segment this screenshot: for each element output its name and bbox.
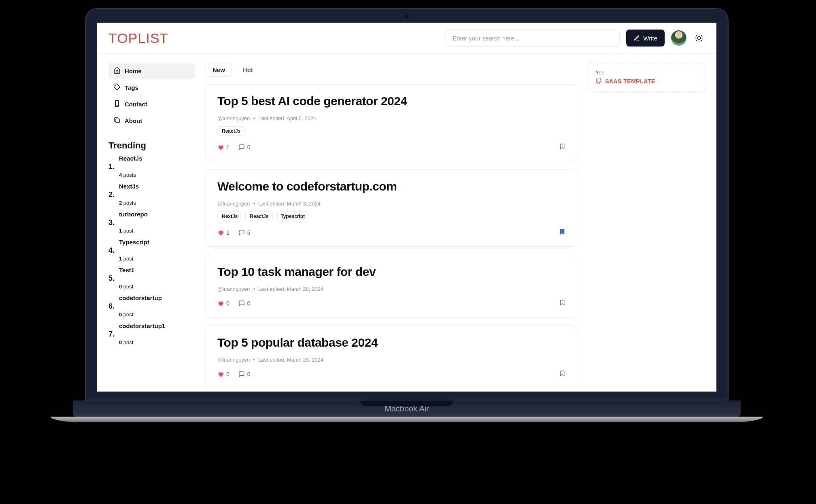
post-author[interactable]: @luannguyen xyxy=(217,115,250,121)
trending-tag: codeforstartup xyxy=(119,294,195,301)
post-author[interactable]: @luannguyen xyxy=(217,286,250,292)
post-title[interactable]: Top 5 popular database 2024 xyxy=(217,336,565,349)
post-author[interactable]: @luannguyen xyxy=(217,357,250,363)
bookmark-icon xyxy=(559,370,565,377)
bookmark-icon xyxy=(559,229,565,235)
sidebar-item-contact[interactable]: Contact xyxy=(108,96,195,112)
screen-content: TOPLIST Write HomeTagsContactAbout Trend… xyxy=(97,23,716,392)
heart-icon xyxy=(217,371,224,377)
post-title[interactable]: Top 10 task manager for dev xyxy=(217,265,565,279)
svg-point-0 xyxy=(697,36,700,39)
trending-tag: codeforstartup1 xyxy=(119,322,195,329)
sidebar-item-about[interactable]: About xyxy=(108,112,195,129)
comment-button[interactable]: 0 xyxy=(238,300,251,307)
sidebar: HomeTagsContactAbout Trending ReactJs 1.… xyxy=(108,63,195,392)
comment-count: 0 xyxy=(247,300,251,307)
post-tag[interactable]: Typescript xyxy=(276,212,309,221)
like-count: 1 xyxy=(226,144,230,150)
trending-rank: 1. xyxy=(108,163,195,171)
theme-toggle[interactable] xyxy=(693,32,705,44)
trending-heading: Trending xyxy=(108,140,195,151)
trending-count: 0 post xyxy=(119,311,195,318)
comment-button[interactable]: 5 xyxy=(238,229,251,236)
search-input[interactable] xyxy=(446,29,620,47)
post-footer: 1 0 xyxy=(217,143,565,151)
trending-tag: NextJs xyxy=(119,183,195,190)
sidebar-item-label: About xyxy=(125,117,142,124)
trending-rank: 5. xyxy=(108,274,195,283)
laptop-frame: TOPLIST Write HomeTagsContactAbout Trend… xyxy=(85,8,729,422)
trending-tag: Test1 xyxy=(119,267,195,273)
post-card[interactable]: Top 5 best AI code generator 2024 @luann… xyxy=(206,84,577,161)
camera-dot xyxy=(405,15,409,19)
avatar[interactable] xyxy=(671,30,686,46)
write-button[interactable]: Write xyxy=(626,30,665,47)
post-author[interactable]: @luannguyen xyxy=(217,201,250,207)
sun-icon xyxy=(695,34,703,42)
trending-item[interactable]: ReactJs 1. 4 posts xyxy=(108,155,195,178)
trending-tag: Typescript xyxy=(119,239,195,246)
like-button[interactable]: 0 xyxy=(217,300,230,307)
trending-item[interactable]: NextJs 2. 2 posts xyxy=(108,183,195,206)
sidebar-item-home[interactable]: Home xyxy=(108,63,195,79)
post-edited: Last edited: March 28, 2024 xyxy=(258,286,323,292)
comment-count: 0 xyxy=(247,371,251,377)
trending-rank: 2. xyxy=(108,191,195,199)
comment-button[interactable]: 0 xyxy=(238,144,251,150)
post-card[interactable]: Top 10 task manager for dev @luannguyen … xyxy=(206,255,577,318)
bookmark-button[interactable] xyxy=(559,299,565,307)
trackpad-notch xyxy=(360,400,453,406)
sidebar-item-tags[interactable]: Tags xyxy=(108,79,195,96)
trending-item[interactable]: codeforstartup 6. 0 post xyxy=(108,294,195,318)
copy-icon xyxy=(113,116,121,125)
edit-icon xyxy=(633,35,640,41)
comment-count: 5 xyxy=(247,229,251,236)
filter-tabs: NewHot xyxy=(206,63,577,77)
app-header: TOPLIST Write xyxy=(97,23,716,54)
trending-item[interactable]: turborepo 3. 1 post xyxy=(108,211,195,234)
main-column: NewHot Top 5 best AI code generator 2024… xyxy=(206,63,577,392)
promo-link[interactable]: SAAS TEMPLATE xyxy=(595,78,697,85)
post-title[interactable]: Top 5 best AI code generator 2024 xyxy=(217,94,565,108)
post-footer: 2 5 xyxy=(217,229,565,237)
bookmark-button[interactable] xyxy=(559,143,565,151)
trending-item[interactable]: Test1 5. 0 post xyxy=(108,267,195,290)
post-tags: NextJsReactJsTypescript xyxy=(217,212,565,221)
post-meta: @luannguyen • Last edited: March 28, 202… xyxy=(217,286,565,292)
comment-icon xyxy=(238,371,245,377)
trending-count: 0 post xyxy=(119,284,195,290)
bookmark-button[interactable] xyxy=(559,370,565,378)
post-edited: Last edited: March 3, 2024 xyxy=(258,201,321,207)
like-button[interactable]: 1 xyxy=(217,144,230,150)
trending-count: 1 post xyxy=(119,256,195,262)
tab-new[interactable]: New xyxy=(206,63,232,77)
post-tag[interactable]: NextJs xyxy=(217,212,242,221)
trending-item[interactable]: codeforstartup1 7. 0 post xyxy=(108,322,195,345)
screen-bezel: TOPLIST Write HomeTagsContactAbout Trend… xyxy=(85,8,729,400)
post-tag[interactable]: ReactJs xyxy=(217,126,245,136)
phone-icon xyxy=(113,100,121,108)
heart-icon xyxy=(217,300,224,307)
post-tag[interactable]: ReactJs xyxy=(245,212,273,221)
sidebar-item-label: Home xyxy=(125,68,142,74)
home-icon xyxy=(113,67,121,75)
like-button[interactable]: 2 xyxy=(217,229,230,236)
post-footer: 0 0 xyxy=(217,370,565,378)
app-body: HomeTagsContactAbout Trending ReactJs 1.… xyxy=(97,54,716,392)
tab-hot[interactable]: Hot xyxy=(236,63,260,77)
laptop-hinge: Macbook Air xyxy=(73,400,741,417)
logo[interactable]: TOPLIST xyxy=(108,30,168,46)
bookmark-button[interactable] xyxy=(559,229,565,237)
trending-rank: 6. xyxy=(108,302,195,311)
post-title[interactable]: Welcome to codeforstartup.com xyxy=(217,180,565,193)
post-edited: Last edited: April 5, 2024 xyxy=(258,115,316,121)
svg-point-1 xyxy=(115,85,116,86)
laptop-base xyxy=(51,417,763,422)
like-button[interactable]: 0 xyxy=(217,371,230,377)
promo-card[interactable]: free SAAS TEMPLATE xyxy=(588,63,705,91)
post-card[interactable]: Top 5 popular database 2024 @luannguyen … xyxy=(206,326,577,388)
comment-button[interactable]: 0 xyxy=(238,371,251,377)
trending-item[interactable]: Typescript 4. 1 post xyxy=(108,239,195,262)
post-card[interactable]: Welcome to codeforstartup.com @luannguye… xyxy=(206,169,577,247)
post-tags: ReactJs xyxy=(217,126,565,136)
